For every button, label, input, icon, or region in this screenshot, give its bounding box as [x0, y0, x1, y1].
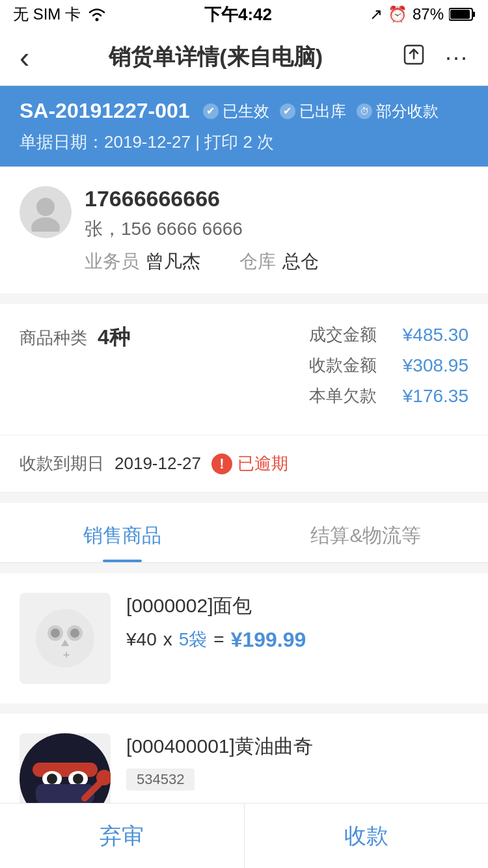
tab-products[interactable]: 销售商品	[0, 503, 244, 562]
status-partial-label: 部分收款	[376, 101, 439, 122]
wifi-icon	[87, 7, 107, 21]
deal-value: ¥485.30	[403, 325, 468, 346]
due-date-value: 2019-12-27	[115, 454, 201, 474]
cancel-review-button[interactable]: 弃审	[0, 804, 245, 868]
price-eq-1: =	[213, 629, 224, 650]
product-count-label: 商品种类	[20, 327, 87, 349]
tab-settlement[interactable]: 结算&物流等	[244, 503, 488, 562]
product-details-1: [0000002]面包 ¥40 x 5袋 = ¥199.99	[126, 593, 468, 652]
salesperson-label: 业务员	[85, 249, 139, 274]
status-time: 下午4:42	[204, 3, 272, 26]
amounts-right: 成交金额 ¥485.30 收款金额 ¥308.95 本单欠款 ¥176.35	[309, 323, 468, 415]
due-date-section: 收款到期日 2019-12-27 ! 已逾期	[0, 435, 488, 493]
overdue-text: 已逾期	[237, 452, 288, 475]
svg-point-18	[47, 774, 57, 784]
svg-rect-15	[33, 763, 98, 777]
battery-status: 87%	[413, 5, 444, 23]
svg-point-19	[73, 774, 83, 784]
salesperson-value: 曾凡杰	[146, 249, 200, 274]
customer-phone: 张，156 6666 6666	[85, 217, 468, 241]
svg-point-5	[36, 198, 55, 216]
battery-icon	[449, 7, 475, 21]
due-label: 收款到期日	[20, 452, 104, 475]
salesperson-meta: 业务员 曾凡杰	[85, 249, 200, 274]
svg-point-11	[70, 629, 79, 638]
product-price-1: ¥40 x 5袋 = ¥199.99	[126, 627, 468, 652]
nav-bar: ‹ 销货单详情(来自电脑) ···	[0, 29, 488, 86]
svg-rect-2	[472, 12, 475, 17]
warehouse-value: 总仓	[282, 249, 319, 274]
status-effected-label: 已生效	[223, 101, 269, 122]
more-icon[interactable]: ···	[445, 44, 468, 71]
page-title: 销货单详情(来自电脑)	[109, 42, 323, 72]
status-left: 无 SIM 卡	[13, 4, 107, 25]
warehouse-label: 仓库	[239, 249, 276, 274]
order-date: 单据日期：2019-12-27 | 打印 2 次	[20, 131, 468, 154]
status-partial: ⏱ 部分收款	[357, 101, 439, 122]
customer-info: 17666666666 张，156 6666 6666 业务员 曾凡杰 仓库 总…	[85, 186, 468, 274]
svg-rect-3	[450, 10, 470, 19]
svg-point-10	[51, 629, 60, 638]
amount-section: 商品种类 4种 成交金额 ¥485.30 收款金额 ¥308.95 本单欠款 ¥…	[0, 304, 488, 435]
clock-icon: ⏱	[357, 103, 372, 119]
received-label: 收款金额	[309, 354, 377, 377]
product-name-2: [000400001]黄油曲奇	[126, 733, 468, 760]
deal-amount: 成交金额 ¥485.30	[309, 323, 468, 346]
alarm-icon: ⏰	[388, 5, 407, 23]
nav-actions: ···	[402, 43, 468, 72]
product-name-1: [0000002]面包	[126, 593, 468, 619]
price-unit-1: ¥40	[126, 629, 157, 650]
status-right: ↗ ⏰ 87%	[370, 5, 475, 23]
svg-point-6	[31, 217, 60, 232]
price-total-1: ¥199.99	[231, 628, 306, 652]
share-icon[interactable]	[402, 43, 426, 72]
customer-name: 17666666666	[85, 186, 468, 211]
overdue-badge: ! 已逾期	[211, 452, 288, 475]
status-effected: ✔ 已生效	[203, 101, 269, 122]
owed-value: ¥176.35	[403, 386, 468, 407]
order-header: SA-20191227-001 ✔ 已生效 ✔ 已出库 ⏱ 部分收款 单据日期：…	[0, 86, 488, 167]
sim-status: 无 SIM 卡	[13, 4, 81, 25]
owed-amount: 本单欠款 ¥176.35	[309, 385, 468, 407]
collect-payment-button[interactable]: 收款	[245, 804, 489, 868]
product-thumb-1: +	[20, 593, 111, 684]
check-icon-2: ✔	[280, 103, 295, 119]
deal-label: 成交金额	[309, 323, 377, 346]
owed-label: 本单欠款	[309, 385, 377, 407]
warehouse-meta: 仓库 总仓	[239, 249, 319, 274]
received-value: ¥308.95	[403, 355, 468, 376]
overdue-icon: !	[211, 454, 232, 474]
customer-avatar	[20, 186, 72, 238]
status-shipped: ✔ 已出库	[280, 101, 346, 122]
bottom-bar: 弃审 收款	[0, 803, 488, 868]
back-button[interactable]: ‹	[20, 40, 29, 75]
price-x-1: x	[163, 629, 172, 650]
product-count-container: 商品种类 4种	[20, 323, 130, 352]
status-bar: 无 SIM 卡 下午4:42 ↗ ⏰ 87%	[0, 0, 488, 29]
location-icon: ↗	[370, 5, 383, 23]
price-qty-1: 5袋	[179, 627, 208, 652]
product-sku-2: 534532	[126, 768, 195, 791]
status-tags: ✔ 已生效 ✔ 已出库 ⏱ 部分收款	[203, 101, 439, 122]
check-icon-1: ✔	[203, 103, 219, 119]
order-id: SA-20191227-001	[20, 99, 190, 123]
svg-text:+: +	[63, 649, 70, 662]
tabs-container: 销售商品 结算&物流等	[0, 503, 488, 563]
svg-point-0	[96, 18, 99, 21]
customer-section: 17666666666 张，156 6666 6666 业务员 曾凡杰 仓库 总…	[0, 167, 488, 293]
product-item: + [0000002]面包 ¥40 x 5袋 = ¥199.99	[0, 573, 488, 703]
customer-meta: 业务员 曾凡杰 仓库 总仓	[85, 249, 468, 274]
received-amount: 收款金额 ¥308.95	[309, 354, 468, 377]
status-shipped-label: 已出库	[299, 101, 346, 122]
product-count-value: 4种	[98, 323, 130, 352]
